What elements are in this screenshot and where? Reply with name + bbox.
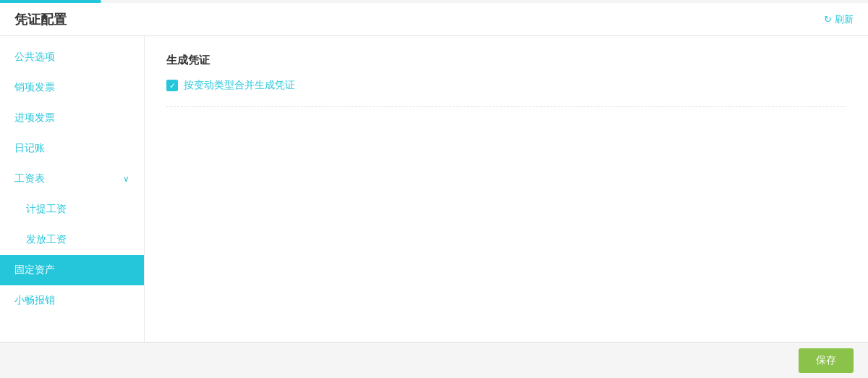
chevron-down-icon: ∨ — [123, 174, 129, 184]
sidebar-item-label: 固定资产 — [14, 264, 55, 277]
checkmark-icon: ✓ — [169, 82, 176, 90]
sidebar-item-public-options[interactable]: 公共选项 — [0, 42, 144, 72]
section-title: 生成凭证 — [166, 54, 846, 67]
sidebar-item-label: 公共选项 — [14, 51, 55, 64]
sidebar-item-pay-payroll[interactable]: 发放工资 — [0, 224, 144, 255]
main-content: 生成凭证 ✓ 按变动类型合并生成凭证 — [145, 36, 868, 342]
sidebar-item-journal[interactable]: 日记账 — [0, 133, 144, 164]
sidebar-item-label: 销项发票 — [14, 81, 55, 94]
page-container: 凭证配置 ↻ 刷新 公共选项 销项发票 进项发票 日记账 工资表 ∨ — [0, 0, 868, 378]
refresh-label: 刷新 — [835, 13, 854, 26]
sidebar-item-label: 发放工资 — [26, 233, 67, 246]
sidebar-item-sales-invoice[interactable]: 销项发票 — [0, 72, 144, 103]
sidebar-item-purchase-invoice[interactable]: 进项发票 — [0, 103, 144, 133]
refresh-icon: ↻ — [824, 14, 832, 25]
sidebar-item-fixed-assets[interactable]: 固定资产 — [0, 255, 144, 285]
sidebar-item-label: 小畅报销 — [14, 294, 55, 307]
refresh-button[interactable]: ↻ 刷新 — [824, 13, 854, 26]
sidebar-item-payroll[interactable]: 工资表 ∨ — [0, 164, 144, 194]
header: 凭证配置 ↻ 刷新 — [0, 3, 868, 36]
top-progress-bar — [0, 0, 868, 3]
merge-voucher-checkbox[interactable]: ✓ — [166, 80, 178, 91]
section-divider — [166, 106, 846, 107]
save-button[interactable]: 保存 — [799, 348, 854, 373]
merge-voucher-row: ✓ 按变动类型合并生成凭证 — [166, 79, 846, 92]
body: 公共选项 销项发票 进项发票 日记账 工资表 ∨ 计提工资 发放工资 — [0, 36, 868, 342]
sidebar-item-expense-report[interactable]: 小畅报销 — [0, 285, 144, 316]
sidebar-item-label: 进项发票 — [14, 112, 55, 125]
sidebar-item-label: 日记账 — [14, 142, 45, 155]
footer: 保存 — [0, 342, 868, 378]
sidebar: 公共选项 销项发票 进项发票 日记账 工资表 ∨ 计提工资 发放工资 — [0, 36, 145, 342]
merge-voucher-label: 按变动类型合并生成凭证 — [184, 79, 295, 92]
sidebar-item-label: 计提工资 — [26, 203, 67, 216]
sidebar-item-calc-payroll[interactable]: 计提工资 — [0, 194, 144, 224]
page-title: 凭证配置 — [14, 11, 67, 28]
sidebar-item-label: 工资表 — [14, 172, 45, 185]
